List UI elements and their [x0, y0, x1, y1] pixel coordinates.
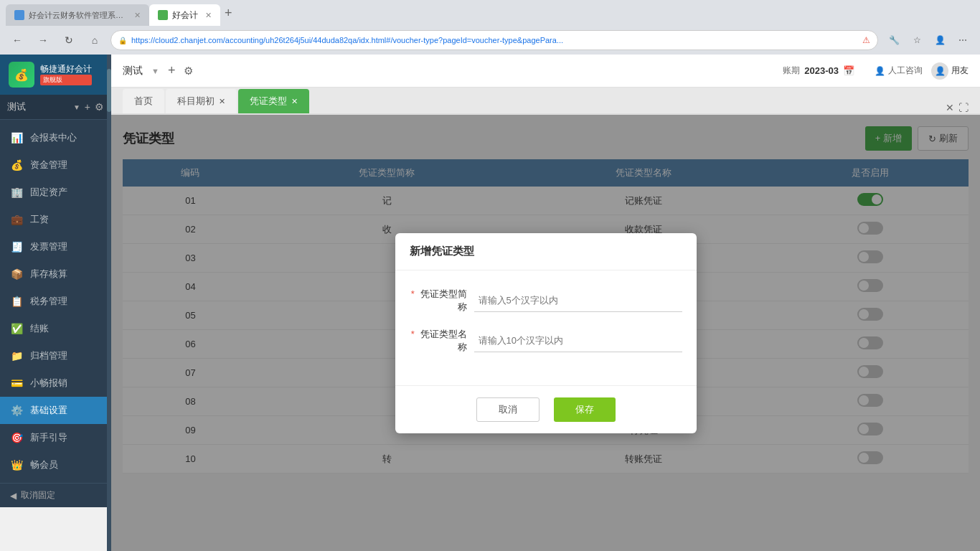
user-label: 用友 — [951, 65, 969, 77]
sidebar-item-closing-label: 结账 — [30, 322, 49, 335]
sidebar-item-dashboard[interactable]: 📊 会报表中心 — [0, 124, 111, 151]
sidebar-item-inventory[interactable]: 📦 库存核算 — [0, 260, 111, 288]
invoice-icon: 🧾 — [10, 240, 23, 253]
sidebar-unpin[interactable]: ◀ 取消固定 — [0, 483, 111, 507]
sidebar-item-member[interactable]: 👑 畅会员 — [0, 451, 111, 479]
more-button[interactable]: ⋯ — [953, 30, 973, 50]
cancel-button[interactable]: 取消 — [476, 397, 540, 422]
modal-footer: 取消 保存 — [395, 385, 697, 433]
org-selector-text: 测试 — [123, 65, 143, 77]
content-tabs: 首页 科目期初 ✕ 凭证类型 ✕ ✕ ⛶ — [111, 88, 980, 115]
archive-icon: 📁 — [10, 349, 23, 362]
tab-1-label: 好会计云财务软件管理系统_会计 — [29, 10, 127, 21]
add-voucher-modal: 新增凭证类型 * 凭证类型简称 * — [395, 233, 697, 433]
sidebar-item-guide-label: 新手引导 — [30, 431, 67, 444]
tab-1[interactable]: 好会计云财务软件管理系统_会计 ✕ — [6, 4, 149, 26]
user-button[interactable]: 👤 用友 — [931, 62, 969, 80]
sidebar-item-salary-label: 工资 — [30, 213, 49, 226]
selector-settings-btn[interactable]: ⚙ — [95, 101, 104, 113]
sidebar-item-closing[interactable]: ✅ 结账 — [0, 315, 111, 342]
consult-button[interactable]: 👤 人工咨询 — [875, 65, 923, 77]
url-bar[interactable]: 🔒 https://cloud2.chanjet.com/accounting/… — [110, 30, 878, 50]
sidebar-selector[interactable]: 测试 ▼ + ⚙ — [0, 95, 111, 120]
tab-subject-label: 科目期初 — [177, 95, 215, 108]
add-org-button[interactable]: + — [168, 63, 176, 78]
url-text: https://cloud2.chanjet.com/accounting/uh… — [131, 36, 858, 44]
dashboard-icon: 📊 — [10, 131, 23, 144]
sidebar-item-settings[interactable]: ⚙️ 基础设置 — [0, 397, 111, 424]
browser-chrome: 好会计云财务软件管理系统_会计 ✕ 好会计 ✕ + ← → ↻ ⌂ 🔒 http… — [0, 0, 980, 55]
sidebar-item-salary[interactable]: 💼 工资 — [0, 206, 111, 233]
tab-voucher-type[interactable]: 凭证类型 ✕ — [238, 89, 309, 113]
reload-button[interactable]: ↻ — [59, 30, 79, 50]
logo-icon: 💰 — [9, 62, 34, 88]
sidebar-item-archive-label: 归档管理 — [30, 349, 67, 362]
tab-subject[interactable]: 科目期初 ✕ — [166, 89, 237, 113]
sidebar-item-tax[interactable]: 📋 税务管理 — [0, 288, 111, 315]
sidebar-scroll-thumb — [107, 69, 111, 112]
tab-voucher-type-close[interactable]: ✕ — [291, 97, 298, 106]
consult-label: 人工咨询 — [888, 65, 923, 77]
sidebar-item-capital-label: 资金管理 — [30, 159, 67, 171]
abbr-form-row: * 凭证类型简称 — [410, 288, 682, 314]
sidebar-container: 💰 畅捷通好会计 旗舰版 测试 ▼ + ⚙ 📊 会报表中心 — [0, 55, 111, 551]
period-value: 2023-03 — [804, 65, 839, 76]
tab-2-close[interactable]: ✕ — [205, 11, 212, 20]
tab-1-close[interactable]: ✕ — [134, 11, 141, 20]
sidebar-item-invoice[interactable]: 🧾 发票管理 — [0, 233, 111, 260]
sidebar-item-capital[interactable]: 💰 资金管理 — [0, 151, 111, 179]
settings-icon: ⚙️ — [10, 404, 23, 417]
tab-minimize-button[interactable]: ✕ — [946, 102, 954, 113]
tab-expand-button[interactable]: ⛶ — [958, 102, 969, 113]
tab-home-label: 首页 — [134, 95, 153, 108]
profile-button[interactable]: 👤 — [930, 30, 950, 50]
selector-text: 测试 — [7, 100, 26, 113]
lock-icon: 🔒 — [118, 37, 127, 44]
name-label: * 凭证类型名称 — [410, 328, 474, 354]
address-bar: ← → ↻ ⌂ 🔒 https://cloud2.chanjet.com/acc… — [0, 26, 980, 55]
org-chevron-icon: ▼ — [151, 67, 159, 75]
app-layout: 💰 畅捷通好会计 旗舰版 测试 ▼ + ⚙ 📊 会报表中心 — [0, 55, 980, 551]
sidebar-item-expense-label: 小畅报销 — [30, 377, 67, 390]
tab-subject-close[interactable]: ✕ — [219, 97, 225, 106]
selector-add-btn[interactable]: + — [85, 101, 90, 113]
tab-favicon-1 — [14, 10, 24, 20]
tab-2[interactable]: 好会计 ✕ — [149, 4, 220, 26]
selector-actions: ▼ + ⚙ — [73, 101, 104, 113]
name-required-mark: * — [411, 329, 415, 339]
abbr-input[interactable] — [474, 289, 682, 312]
fixed-assets-icon: 🏢 — [10, 186, 23, 199]
back-button[interactable]: ← — [7, 30, 27, 50]
sidebar-item-dashboard-label: 会报表中心 — [30, 131, 77, 144]
settings-gear-button[interactable]: ⚙ — [184, 65, 193, 77]
extensions-button[interactable]: 🔧 — [884, 30, 904, 50]
sidebar-item-expense[interactable]: 💳 小畅报销 — [0, 369, 111, 397]
new-tab-button[interactable]: + — [220, 6, 237, 21]
chevron-down-icon: ▼ — [73, 103, 80, 111]
capital-icon: 💰 — [10, 159, 23, 171]
home-button[interactable]: ⌂ — [85, 30, 105, 50]
bookmark-button[interactable]: ☆ — [907, 30, 927, 50]
user-avatar: 👤 — [931, 62, 948, 80]
main-content: 测试 ▼ + ⚙ 账期 2023-03 📅 👤 人工咨询 👤 用友 — [111, 55, 980, 551]
tab-2-label: 好会计 — [172, 9, 198, 22]
tab-home[interactable]: 首页 — [123, 89, 164, 113]
guide-icon: 🎯 — [10, 431, 23, 444]
sidebar-item-archive[interactable]: 📁 归档管理 — [0, 342, 111, 369]
sidebar-item-fixed-assets[interactable]: 🏢 固定资产 — [0, 179, 111, 206]
sidebar-nav: 📊 会报表中心 💰 资金管理 🏢 固定资产 💼 工资 🧾 发票管理 — [0, 120, 111, 483]
period-label: 账期 — [783, 65, 800, 77]
sidebar-item-fixed-assets-label: 固定资产 — [30, 186, 67, 199]
expense-icon: 💳 — [10, 377, 23, 390]
sidebar-item-invoice-label: 发票管理 — [30, 240, 67, 253]
sidebar-item-guide[interactable]: 🎯 新手引导 — [0, 424, 111, 451]
save-button[interactable]: 保存 — [554, 397, 616, 422]
tab-bar: 好会计云财务软件管理系统_会计 ✕ 好会计 ✕ + — [0, 0, 980, 26]
forward-button[interactable]: → — [33, 30, 53, 50]
name-input[interactable] — [474, 329, 682, 352]
warn-icon: ⚠ — [862, 35, 870, 45]
calendar-icon[interactable]: 📅 — [843, 65, 854, 76]
consult-icon: 👤 — [875, 66, 885, 76]
member-icon: 👑 — [10, 458, 23, 471]
unpin-icon: ◀ — [10, 491, 17, 501]
